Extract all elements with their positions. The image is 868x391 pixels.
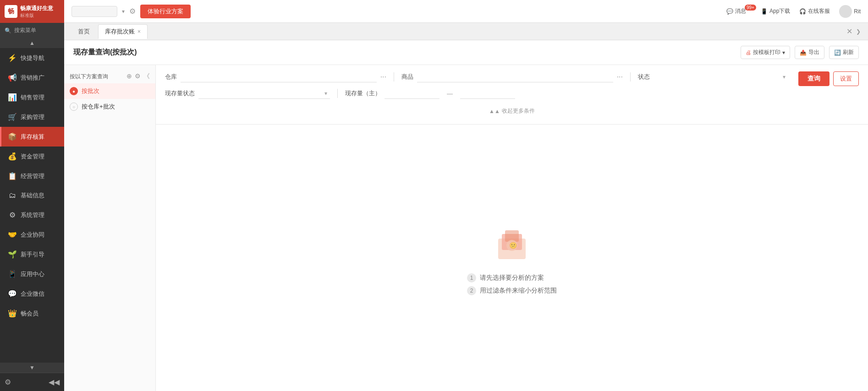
left-panel: 按以下方案查询 ⊕ ⚙ 《 ● 按批次 ○ 按仓库+批次 [64, 65, 156, 391]
product-input[interactable] [417, 71, 613, 82]
settings-button[interactable]: 设置 [833, 71, 859, 86]
main-content: 按以下方案查询 ⊕ ⚙ 《 ● 按批次 ○ 按仓库+批次 [64, 65, 868, 391]
sidebar-item-basic[interactable]: 🗂 基础信息 [0, 186, 64, 205]
sidebar-item-newbie[interactable]: 🌱 新手引导 [0, 244, 64, 264]
system-label: 系统管理 [21, 211, 44, 219]
inventory-batch-tab-label: 库存批次账 [105, 27, 135, 36]
scheme-settings-icon[interactable]: ⚙ [135, 72, 141, 81]
topbar-chevron-icon[interactable]: ▾ [122, 8, 125, 15]
print-icon: 🖨 [746, 49, 751, 56]
quantity-to-input[interactable] [460, 88, 515, 99]
filter-warehouse: 仓库 ··· [165, 71, 386, 82]
empty-tips: 1 请先选择要分析的方案 2 用过滤条件来缩小分析范围 [467, 273, 557, 295]
sidebar-item-operations[interactable]: 📋 经营管理 [0, 166, 64, 186]
panel-actions: ⊕ ⚙ 《 [126, 72, 150, 81]
basic-icon: 🗂 [8, 191, 17, 200]
quantity-dash: — [443, 90, 456, 97]
scroll-up-button[interactable]: ▲ [0, 38, 64, 48]
user-item[interactable]: Rit [839, 5, 861, 18]
sidebar: 畅 畅康通好生意 标准版 🔍 搜索菜单 ▲ ⚡ 快捷导航 📢 营销推广 📊 销售… [0, 0, 64, 391]
print-chevron-icon: ▾ [782, 49, 785, 56]
filter-status: 状态 ▾ [638, 72, 786, 82]
sidebar-item-inventory[interactable]: 📦 库存核算 [0, 127, 64, 147]
sidebar-item-enterprise-wechat[interactable]: 💬 企业微信 [0, 284, 64, 304]
app-center-label: 应用中心 [21, 270, 44, 278]
app-download-icon: 📱 [761, 8, 768, 15]
enterprise-label: 企业协同 [21, 231, 44, 239]
tab-chevron-right-icon[interactable]: ❯ [856, 28, 861, 35]
app-download-item[interactable]: 📱 App下载 [761, 7, 790, 15]
tip2-text: 用过滤条件来缩小分析范围 [480, 287, 557, 295]
query-button[interactable]: 查询 [798, 71, 830, 86]
app-center-icon: 📱 [8, 270, 17, 278]
sidebar-header: 畅 畅康通好生意 标准版 [0, 0, 64, 23]
content-area: 现存量查询(按批次) 🖨 按模板打印 ▾ 📤 导出 🔄 刷新 [64, 40, 868, 391]
topbar-search-input[interactable] [71, 6, 117, 17]
status-label: 状态 [638, 73, 650, 81]
divider-3 [337, 89, 338, 98]
basic-label: 基础信息 [21, 191, 44, 200]
refresh-btn[interactable]: 🔄 刷新 [829, 46, 859, 59]
filter-row-2: 现存量状态 ▾ 现存量（主） — [165, 88, 859, 99]
sidebar-search[interactable]: 🔍 搜索菜单 [0, 23, 64, 38]
filter-row-1: 仓库 ··· 商品 ··· [165, 71, 786, 82]
collapse-sidebar-icon[interactable]: ◀◀ [49, 378, 60, 386]
settings-footer-icon[interactable]: ⚙ [5, 378, 11, 386]
topbar-gear-icon[interactable]: ⚙ [129, 7, 136, 16]
tab-home[interactable]: 首页 [71, 25, 96, 38]
online-service-item[interactable]: 🎧 在线客服 [799, 7, 830, 15]
product-dots[interactable]: ··· [617, 73, 623, 81]
sidebar-item-enterprise[interactable]: 🤝 企业协同 [0, 225, 64, 244]
sidebar-item-quick-nav[interactable]: ⚡ 快捷导航 [0, 48, 64, 68]
product-label: 商品 [401, 73, 413, 81]
export-icon: 📤 [800, 49, 807, 56]
sidebar-item-purchase[interactable]: 🛒 采购管理 [0, 107, 64, 127]
collapse-button[interactable]: ▲▲ 收起更多条件 [165, 104, 859, 118]
divider-1 [394, 72, 394, 81]
status-select[interactable]: ▾ [654, 72, 786, 82]
sidebar-item-app-center[interactable]: 📱 应用中心 [0, 264, 64, 284]
divider-2 [630, 72, 631, 81]
tab-close-icon[interactable]: × [137, 29, 141, 34]
export-btn[interactable]: 📤 导出 [795, 46, 824, 59]
scheme-item-by-batch[interactable]: ● 按批次 [64, 83, 155, 99]
tabs-bar: 首页 库存批次账 × ✕ ❯ [64, 23, 868, 40]
print-btn[interactable]: 🖨 按模板打印 ▾ [741, 46, 790, 59]
add-scheme-icon[interactable]: ⊕ [126, 72, 132, 81]
warehouse-dots[interactable]: ··· [380, 73, 386, 81]
sidebar-item-system[interactable]: ⚙ 系统管理 [0, 205, 64, 225]
tip1-text: 请先选择要分析的方案 [480, 274, 544, 282]
avatar [839, 5, 852, 18]
collapse-panel-icon[interactable]: 《 [143, 72, 150, 81]
search-icon: 🔍 [5, 27, 11, 34]
scheme-item-by-warehouse-batch[interactable]: ○ 按仓库+批次 [64, 99, 155, 114]
message-icon: 💬 [726, 8, 733, 15]
newbie-icon: 🌱 [8, 250, 17, 259]
sidebar-item-sales[interactable]: 📊 销售管理 [0, 87, 64, 107]
sidebar-item-marketing[interactable]: 📢 营销推广 [0, 68, 64, 87]
svg-text:😕: 😕 [509, 242, 517, 250]
system-icon: ⚙ [8, 211, 17, 219]
quantity-from-input[interactable] [385, 88, 439, 99]
scroll-down-button[interactable]: ▼ [0, 363, 64, 373]
finance-icon: 💰 [8, 152, 17, 161]
headset-icon: 🎧 [799, 8, 806, 15]
quick-nav-label: 快捷导航 [21, 54, 44, 62]
tab-close-right-icon[interactable]: ✕ [846, 27, 852, 36]
sidebar-item-finance[interactable]: 💰 资金管理 [0, 147, 64, 166]
warehouse-input[interactable] [181, 71, 377, 82]
message-item[interactable]: 💬 消息 99+ [726, 7, 752, 15]
inventory-status-select[interactable]: ▾ [198, 88, 330, 99]
tab-inventory-batch[interactable]: 库存批次账 × [98, 24, 148, 39]
filter-inventory-status: 现存量状态 ▾ [165, 88, 330, 99]
operations-icon: 📋 [8, 172, 17, 180]
app-title-block: 畅康通好生意 标准版 [20, 5, 53, 19]
filter-quantity: 现存量（主） — [345, 88, 519, 99]
industry-btn[interactable]: 体验行业方案 [140, 5, 191, 18]
enterprise-wechat-icon: 💬 [8, 289, 17, 298]
sidebar-item-vip[interactable]: 👑 畅会员 [0, 304, 64, 323]
vip-icon: 👑 [8, 309, 17, 318]
empty-state: 😕 1 请先选择要分析的方案 2 用过滤条件来缩小分析范围 [156, 125, 868, 391]
enterprise-icon: 🤝 [8, 230, 17, 239]
search-label: 搜索菜单 [14, 27, 36, 34]
